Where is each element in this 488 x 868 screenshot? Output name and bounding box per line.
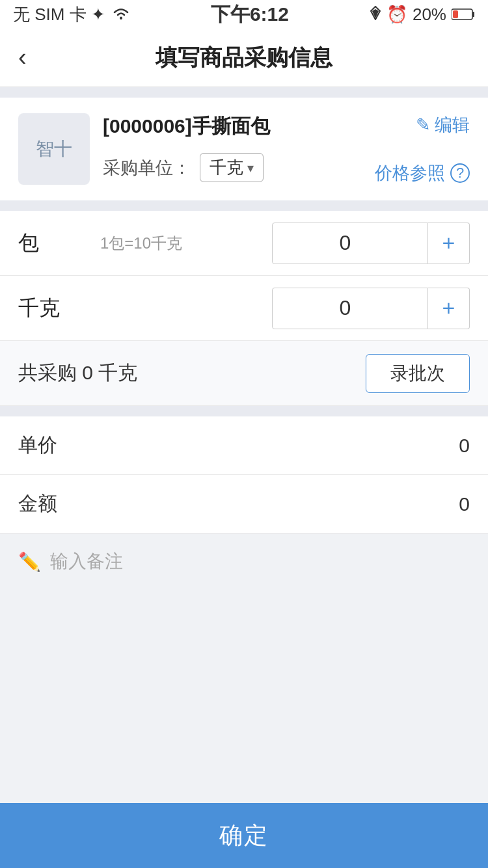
package-sublabel: 1包=10千克 [100, 233, 182, 254]
unit-selector[interactable]: 千克 ▾ [200, 153, 264, 182]
unit-price-row: 单价 0 [0, 416, 488, 475]
content-area [0, 590, 488, 811]
total-row: 共采购 0 千克 录批次 [0, 341, 488, 406]
help-icon: ? [450, 163, 470, 183]
unit-price-label: 单价 [18, 432, 57, 459]
product-name: [0000006]手撕面包 [103, 113, 470, 140]
remark-section[interactable]: ✏️ 输入备注 [0, 534, 488, 590]
confirm-button[interactable]: 确定 [0, 803, 488, 868]
status-right: ⏰ 20% [370, 5, 475, 25]
price-ref-button[interactable]: 价格参照 ? [375, 161, 470, 185]
dropdown-icon: ▾ [247, 160, 254, 176]
amount-row: 金额 0 [0, 475, 488, 534]
pencil-icon: ✏️ [18, 551, 41, 573]
status-left: 无 SIM 卡 ✦ [13, 3, 130, 26]
package-plus-button[interactable]: + [428, 223, 470, 264]
package-input-row: 包 1包=10千克 + [0, 211, 488, 276]
edit-button[interactable]: ✎ 编辑 [416, 113, 470, 137]
record-batch-button[interactable]: 录批次 [366, 354, 470, 393]
top-divider [0, 87, 488, 98]
battery-text: 20% [413, 5, 446, 25]
mid-divider-2 [0, 406, 488, 416]
back-button[interactable]: ‹ [18, 44, 27, 72]
battery-icon [452, 5, 475, 25]
kg-input-row: 千克 + [0, 276, 488, 341]
purchase-unit-label: 采购单位： [103, 156, 191, 180]
unit-price-value: 0 [459, 435, 470, 457]
unit-value: 千克 [210, 156, 243, 179]
edit-label: 编辑 [435, 113, 470, 137]
svg-rect-3 [453, 10, 458, 18]
total-label: 共采购 0 千克 [18, 360, 137, 387]
price-ref-label: 价格参照 [375, 161, 445, 185]
kg-quantity-input[interactable] [272, 288, 428, 329]
mid-divider-1 [0, 200, 488, 211]
svg-point-0 [120, 17, 122, 20]
wifi-icon [112, 5, 130, 25]
kg-plus-button[interactable]: + [428, 288, 470, 329]
package-label: 包 [18, 229, 96, 258]
amount-value: 0 [459, 493, 470, 515]
nav-bar: ‹ 填写商品采购信息 [0, 29, 488, 87]
page-title: 填写商品采购信息 [156, 43, 332, 73]
alarm-icon: ⏰ [386, 5, 407, 25]
kg-label: 千克 [18, 294, 96, 323]
svg-rect-2 [472, 12, 474, 17]
summary-section: 单价 0 金额 0 [0, 416, 488, 534]
kg-input-group: + [272, 288, 470, 329]
product-logo: 智十 [36, 138, 72, 160]
status-time: 下午6:12 [211, 1, 289, 28]
amount-label: 金额 [18, 491, 57, 517]
location-icon [370, 5, 381, 25]
product-thumbnail: 智十 [18, 113, 90, 185]
status-bar: 无 SIM 卡 ✦ 下午6:12 ⏰ 20% [0, 0, 488, 29]
package-input-group: + [272, 223, 470, 264]
product-card: 智十 [0000006]手撕面包 采购单位： 千克 ▾ ✎ 编辑 价格参照 ? [0, 98, 488, 200]
remark-placeholder: 输入备注 [50, 549, 123, 574]
input-section: 包 1包=10千克 + 千克 + 共采购 0 千克 录批次 [0, 211, 488, 406]
edit-icon: ✎ [416, 115, 431, 135]
sim-text: 无 SIM 卡 ✦ [13, 3, 105, 26]
package-quantity-input[interactable] [272, 223, 428, 264]
